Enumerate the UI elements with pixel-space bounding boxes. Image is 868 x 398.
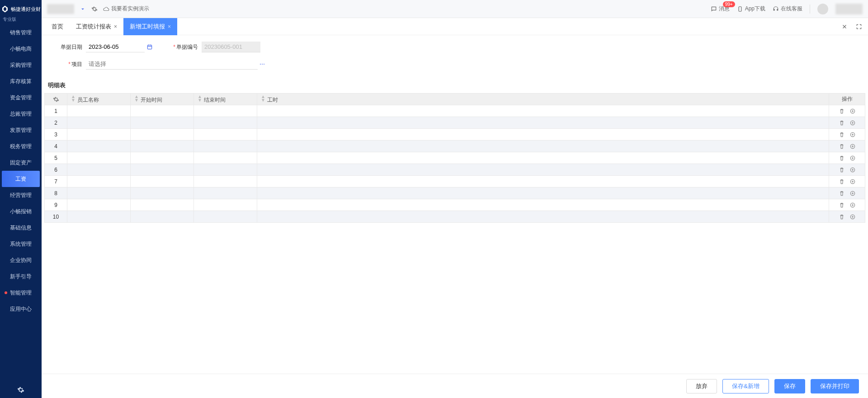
sidebar-item-5[interactable]: 总账管理	[0, 106, 42, 122]
sidebar-item-0[interactable]: 销售管理	[0, 24, 42, 41]
top-settings-button[interactable]	[91, 6, 98, 12]
col-header-hours[interactable]: ▲▼工时	[257, 94, 829, 105]
sidebar-item-11[interactable]: 小畅报销	[0, 203, 42, 220]
add-row-button[interactable]	[849, 201, 856, 208]
add-row-button[interactable]	[849, 131, 856, 138]
delete-row-button[interactable]	[839, 178, 845, 185]
delete-row-button[interactable]	[839, 119, 845, 126]
sidebar-item-4[interactable]: 资金管理	[0, 89, 42, 106]
col-header-end[interactable]: ▲▼结束时间	[194, 94, 257, 105]
cell[interactable]	[67, 117, 131, 129]
tab-0[interactable]: 首页	[45, 18, 70, 35]
cell[interactable]	[131, 199, 194, 211]
cell[interactable]	[131, 152, 194, 164]
sidebar-item-13[interactable]: 系统管理	[0, 236, 42, 252]
sidebar-item-10[interactable]: 经营管理	[0, 187, 42, 203]
add-row-button[interactable]	[849, 213, 856, 220]
project-lookup-button[interactable]: ⋯	[259, 61, 265, 67]
cell[interactable]	[67, 152, 131, 164]
col-header-name[interactable]: ▲▼员工名称	[67, 94, 131, 105]
tab-close-icon[interactable]: ×	[114, 23, 117, 30]
tab-close-icon[interactable]: ×	[168, 23, 171, 30]
cell[interactable]	[194, 176, 257, 187]
cell[interactable]	[131, 187, 194, 199]
cell[interactable]	[131, 140, 194, 152]
cell[interactable]	[257, 152, 829, 164]
add-row-button[interactable]	[849, 190, 856, 197]
date-input[interactable]	[86, 42, 145, 52]
add-row-button[interactable]	[849, 119, 856, 126]
sidebar-settings-button[interactable]	[0, 382, 42, 398]
fullscreen-button[interactable]	[854, 21, 864, 32]
cell[interactable]	[257, 176, 829, 187]
col-header-start[interactable]: ▲▼开始时间	[131, 94, 194, 105]
cell[interactable]	[131, 117, 194, 129]
sidebar-item-14[interactable]: 企业协同	[0, 252, 42, 268]
cell[interactable]	[131, 176, 194, 187]
close-all-tabs-button[interactable]	[839, 21, 850, 32]
delete-row-button[interactable]	[839, 166, 845, 173]
cell[interactable]	[194, 105, 257, 117]
sidebar-item-1[interactable]: 小畅电商	[0, 41, 42, 57]
cell[interactable]	[194, 117, 257, 129]
add-row-button[interactable]	[849, 143, 856, 150]
chevron-down-icon[interactable]	[80, 5, 86, 12]
cell[interactable]	[67, 211, 131, 223]
add-row-button[interactable]	[849, 155, 856, 161]
app-download-link[interactable]: App下载	[737, 5, 765, 13]
save-and-new-button[interactable]: 保存&新增	[722, 379, 769, 393]
sidebar-item-8[interactable]: 固定资产	[0, 155, 42, 171]
sidebar-item-2[interactable]: 采购管理	[0, 57, 42, 73]
delete-row-button[interactable]	[839, 201, 845, 208]
cell[interactable]	[67, 140, 131, 152]
delete-row-button[interactable]	[839, 143, 845, 150]
customer-service-link[interactable]: 在线客服	[773, 5, 802, 13]
abandon-button[interactable]: 放弃	[686, 379, 717, 393]
save-and-print-button[interactable]: 保存并打印	[811, 379, 859, 393]
cell[interactable]	[194, 164, 257, 176]
sidebar-item-6[interactable]: 发票管理	[0, 122, 42, 138]
demo-link[interactable]: 我要看实例演示	[103, 5, 149, 13]
cell[interactable]	[194, 199, 257, 211]
cell[interactable]	[257, 140, 829, 152]
tab-2[interactable]: 新增工时填报×	[123, 18, 177, 35]
sidebar-item-15[interactable]: 新手引导	[0, 268, 42, 285]
tab-1[interactable]: 工资统计报表×	[70, 18, 123, 35]
cell[interactable]	[67, 199, 131, 211]
project-input[interactable]	[86, 59, 258, 70]
save-button[interactable]: 保存	[774, 379, 805, 393]
sidebar-item-7[interactable]: 税务管理	[0, 138, 42, 155]
cell[interactable]	[194, 129, 257, 140]
cell[interactable]	[194, 140, 257, 152]
delete-row-button[interactable]	[839, 131, 845, 138]
delete-row-button[interactable]	[839, 213, 845, 220]
cell[interactable]	[257, 164, 829, 176]
sidebar-item-3[interactable]: 库存核算	[0, 73, 42, 89]
sidebar-item-17[interactable]: 应用中心	[0, 301, 42, 317]
cell[interactable]	[194, 152, 257, 164]
cell[interactable]	[131, 105, 194, 117]
cell[interactable]	[257, 187, 829, 199]
cell[interactable]	[194, 211, 257, 223]
cell[interactable]	[257, 117, 829, 129]
company-selector[interactable]	[47, 4, 74, 14]
cell[interactable]	[257, 105, 829, 117]
cell[interactable]	[67, 164, 131, 176]
add-row-button[interactable]	[849, 178, 856, 185]
cell[interactable]	[67, 129, 131, 140]
message-link[interactable]: 消息 99+	[711, 5, 730, 13]
add-row-button[interactable]	[849, 108, 856, 114]
col-header-index[interactable]	[45, 94, 67, 105]
cell[interactable]	[131, 211, 194, 223]
cell[interactable]	[257, 211, 829, 223]
cell[interactable]	[67, 176, 131, 187]
username[interactable]	[835, 4, 863, 14]
cell[interactable]	[257, 199, 829, 211]
delete-row-button[interactable]	[839, 190, 845, 197]
cell[interactable]	[131, 129, 194, 140]
sidebar-item-9[interactable]: 工资	[2, 171, 40, 187]
delete-row-button[interactable]	[839, 108, 845, 114]
cell[interactable]	[67, 105, 131, 117]
delete-row-button[interactable]	[839, 155, 845, 161]
cell[interactable]	[67, 187, 131, 199]
